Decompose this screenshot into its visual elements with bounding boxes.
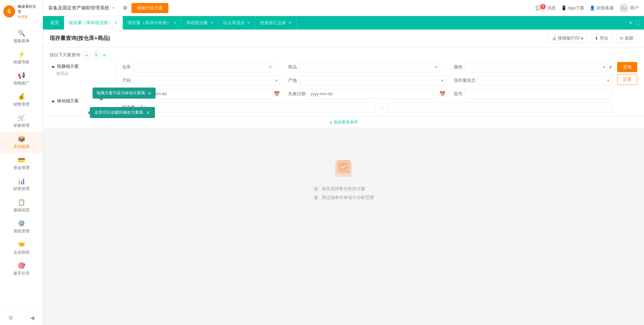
tooltip2-close[interactable]: ✕: [146, 110, 150, 115]
print-btn[interactable]: 🖨 按模板打印 ▾: [548, 34, 587, 43]
origin-label: 产地: [288, 77, 297, 84]
goods-select[interactable]: [299, 62, 440, 72]
setup-btn[interactable]: 设置: [617, 74, 637, 85]
inv-main-from[interactable]: [151, 102, 375, 112]
goods-label: 商品: [288, 64, 297, 70]
refresh-scheme-btn[interactable]: ↻: [93, 51, 100, 59]
tab-batch[interactable]: 库存批次账 ✕: [181, 16, 218, 30]
sidebar-item-marketing[interactable]: 📢 营销推广: [0, 68, 43, 90]
tab-expand-btn[interactable]: ⛶: [635, 20, 640, 25]
empty-state: 1 请先选择要分析的方案 2 用过滤条件来缩小分析范围: [43, 128, 644, 227]
batch-no-input[interactable]: [465, 89, 612, 99]
tab-label: 现存量（库存分布表）: [127, 20, 171, 26]
filter-inv-status: 现存量状态: [454, 75, 612, 86]
settings-footer-btn[interactable]: ⚙: [8, 315, 13, 321]
inv-status-select-wrap: [478, 75, 612, 86]
filter-row-3: 生产日期 📅 失效日期 📅: [122, 89, 612, 99]
tab-inventory-dist[interactable]: 现存量（库存分布表） ✕: [123, 16, 181, 30]
scheme-sub-label: 按照品: [50, 71, 111, 76]
tooltip2-text: 这里可以创建和修改方案哦: [95, 110, 143, 115]
collapse-label: 收起更多条件: [334, 119, 358, 125]
collapse-bar[interactable]: ∧ 收起更多条件: [43, 117, 644, 128]
tab-summary[interactable]: 收发存汇总表 ✕: [255, 16, 297, 30]
sidebar-item-label: 经营管理: [13, 186, 30, 192]
scheme-tree-desktop[interactable]: ▶ 电脑端方案: [50, 62, 111, 71]
purchase-icon: 🛒: [18, 114, 25, 121]
batch-no-label: 批号: [454, 91, 463, 97]
tabbar-actions: ✕ ⛶: [629, 20, 644, 25]
tab-close-icon[interactable]: ✕: [114, 20, 118, 25]
prod-date-input[interactable]: [142, 89, 272, 99]
tab-label: 库存批次账: [186, 20, 208, 26]
collapse-sidebar-btn[interactable]: ◀: [30, 315, 34, 321]
page-title: 现存量查询(按仓库+商品): [50, 35, 110, 42]
sidebar-item-collab[interactable]: 🤝 企业协同: [0, 237, 43, 259]
empty-tips: 1 请先选择要分析的方案 2 用过滤条件来缩小分析范围: [313, 186, 374, 201]
sidebar-item-management[interactable]: 📊 经营管理: [0, 174, 43, 195]
sidebar-menu: 🔍 搜索菜单 ⚡ 快捷导航 📢 营销推广 💰 销售管理 🛒 采购管理 📦 库存核…: [0, 23, 43, 310]
warehouse-dots[interactable]: ···: [275, 64, 280, 70]
logo-title: 畅捷通好生意: [18, 4, 39, 14]
filter-main: ▶ 电脑端方案 按照品 这里可以创建和修改方案哦 ✕ ▶ 移动端方案: [50, 62, 637, 112]
goods-select-wrap: [299, 62, 440, 72]
add-scheme-btn[interactable]: +: [83, 51, 90, 59]
tab-close-icon[interactable]: ✕: [247, 20, 250, 25]
sidebar-item-guide[interactable]: 🎯 新手引导: [0, 259, 43, 280]
origin-select[interactable]: [299, 75, 446, 86]
tab-close-all-btn[interactable]: ✕: [629, 20, 633, 25]
filter-size: 尺码: [122, 75, 280, 86]
tab-inventory-status[interactable]: 现存量（库存状况表） ✕: [64, 16, 123, 30]
warehouse-select[interactable]: [133, 62, 274, 72]
refresh-btn[interactable]: ↻ 刷新: [616, 34, 637, 43]
sidebar-item-inventory[interactable]: 📦 库存核算: [0, 132, 43, 153]
query-btn[interactable]: 查询: [617, 62, 637, 72]
scheme-arrow-btn[interactable]: «: [103, 52, 106, 58]
tooltip1-close[interactable]: ✕: [148, 91, 152, 96]
tab-close-icon[interactable]: ✕: [288, 20, 291, 25]
query-buttons: 查询 设置: [617, 62, 637, 112]
highlight-btn[interactable]: 体验行业方案: [131, 3, 168, 13]
warehouse-label: 仓库: [122, 64, 131, 70]
notice-label: 消息: [547, 5, 556, 11]
prod-date-calendar-icon[interactable]: 📅: [274, 91, 280, 97]
tab-inout-flow[interactable]: 出入库流水 ✕: [218, 16, 255, 30]
tab-home[interactable]: 首页: [46, 16, 64, 30]
sidebar-item-quicknav[interactable]: ⚡ 快捷导航: [0, 47, 43, 68]
sidebar-item-system[interactable]: ⚙️ 系统管理: [0, 216, 43, 237]
user-btn[interactable]: Ea 用户: [619, 3, 639, 13]
tab-close-icon[interactable]: ✕: [173, 20, 176, 25]
tip-num-1: 1: [313, 186, 319, 192]
export-btn[interactable]: ⬆ 导出: [591, 34, 612, 43]
sidebar-item-label: 基础信息: [13, 207, 30, 213]
topbar-divider: [118, 5, 119, 11]
expiry-date-input[interactable]: [308, 89, 438, 99]
tip-num-2: 2: [313, 195, 319, 201]
inv-status-select[interactable]: [478, 75, 612, 86]
sidebar-item-basic-info[interactable]: 📋 基础信息: [0, 195, 43, 216]
sidebar-item-sales[interactable]: 💰 销售管理: [0, 90, 43, 111]
online-service-btn[interactable]: 👤 在线客服: [590, 5, 614, 11]
sidebar-item-search[interactable]: 🔍 搜索菜单: [0, 26, 43, 47]
notice-btn[interactable]: 💬 9 消息: [536, 5, 556, 11]
color-select[interactable]: [465, 62, 608, 72]
svg-rect-4: [341, 174, 346, 175]
sidebar-item-label: 销售管理: [13, 102, 30, 107]
sidebar: 6 畅捷通好生意 标准版 🔍 搜索菜单 ⚡ 快捷导航 📢 营销推广 💰 销售管理…: [0, 0, 43, 325]
color-arrow[interactable]: ▾: [609, 64, 612, 70]
settings-gear-icon[interactable]: ⚙: [123, 5, 127, 11]
logo-icon: 6: [3, 5, 15, 17]
arrow-icon: ▶: [52, 65, 55, 68]
inv-main-to[interactable]: [388, 102, 612, 112]
system-icon: ⚙️: [18, 220, 25, 227]
size-select[interactable]: [133, 75, 280, 86]
tab-close-icon[interactable]: ✕: [210, 20, 213, 25]
app-download-btn[interactable]: 📱 App下载: [561, 5, 584, 11]
goods-dots[interactable]: ···: [441, 64, 446, 70]
filter-row-1: 仓库 ··· 商品: [122, 62, 612, 72]
system-title-arrow[interactable]: ▾: [113, 6, 114, 10]
sidebar-item-finance[interactable]: 💳 资金管理: [0, 153, 43, 174]
sidebar-footer: ⚙ ◀: [0, 310, 43, 325]
expiry-date-calendar-icon[interactable]: 📅: [439, 91, 446, 97]
sidebar-item-purchase[interactable]: 🛒 采购管理: [0, 111, 43, 132]
user-avatar: Ea: [619, 3, 629, 13]
